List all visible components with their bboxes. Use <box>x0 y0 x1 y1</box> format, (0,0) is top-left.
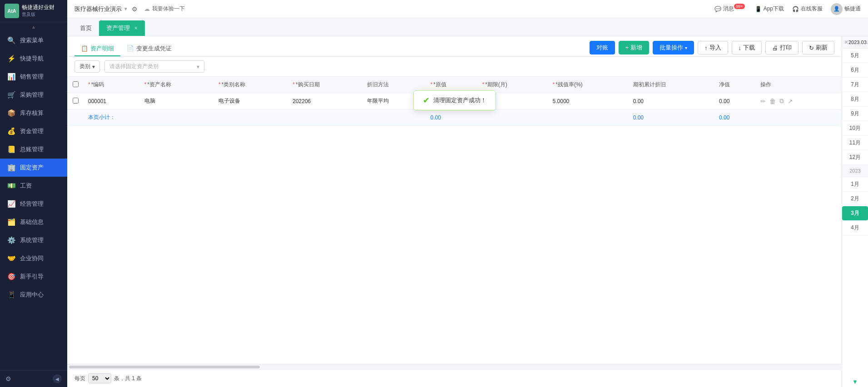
main-area: 医疗器械行业演示 ▾ ⚙ ☁ 我要体验一下 💬 消息 99+ 📱 App下载 🎧… <box>67 0 868 387</box>
print-button[interactable]: 🖨 打印 <box>765 41 799 55</box>
calendar-month-item[interactable]: 8月 <box>842 92 868 107</box>
export-label: 导入 <box>709 44 721 52</box>
quicknav-icon: ⚡ <box>7 55 15 63</box>
sidebar-collapse-button[interactable]: ◀ <box>53 374 62 383</box>
company-selector[interactable]: 医疗器械行业演示 ▾ <box>74 5 127 13</box>
export-button[interactable]: ↑ 导入 <box>698 41 728 55</box>
calendar-months: 5月6月7月8月9月10月11月12月20231月2月3月4月 <box>842 49 868 377</box>
edit-icon[interactable]: ✏ <box>760 98 766 105</box>
message-button[interactable]: 💬 消息 99+ <box>714 5 746 13</box>
select-all-checkbox[interactable] <box>73 81 79 87</box>
category-select[interactable]: 请选择固定资产类别 ▾ <box>104 60 204 73</box>
calendar-close-icon[interactable]: ✕ <box>844 39 848 45</box>
refresh-button[interactable]: ↻ 刷新 <box>802 41 834 55</box>
subtotal-action <box>756 109 842 126</box>
sidebar-item-label: 库存核算 <box>20 109 44 117</box>
logo-icon: AtA <box>5 4 19 18</box>
online-service-button[interactable]: 🎧 在线客服 <box>792 5 823 13</box>
th-residual-rate: *残值率(%) <box>548 77 629 93</box>
copy-icon[interactable]: ⧉ <box>779 97 784 105</box>
subtab-asset-detail[interactable]: 📋 资产明细 <box>74 42 120 56</box>
calendar-month-item[interactable]: 10月 <box>842 121 868 136</box>
calendar-month-item[interactable]: 2023 <box>842 165 868 177</box>
sidebar-scroll-up[interactable]: ▲ <box>31 24 36 30</box>
sidebar-item-ledger[interactable]: 📒 总账管理 <box>0 140 67 159</box>
message-label: 消息 <box>723 5 734 13</box>
subtotal-label: 本页小计： <box>88 114 115 120</box>
sidebar-item-label: 应用中心 <box>20 291 44 299</box>
more-icon[interactable]: ↗ <box>788 98 793 105</box>
sidebar-item-apps[interactable]: 📱 应用中心 <box>0 286 67 304</box>
calendar-header: ✕ 2023.03 ⤢ <box>842 36 868 49</box>
sidebar-item-base[interactable]: 🗂️ 基础信息 <box>0 213 67 231</box>
category-filter-label[interactable]: 类别 ▾ <box>74 60 100 73</box>
duizhang-button[interactable]: 对账 <box>590 41 615 55</box>
total-label: 条，共 1 条 <box>114 375 142 382</box>
sidebar-item-sales[interactable]: 📊 销售管理 <box>0 68 67 86</box>
calendar-month-item[interactable]: 3月 <box>842 206 868 221</box>
calendar-month-item[interactable]: 12月 <box>842 150 868 165</box>
calendar-month-item[interactable]: 6月 <box>842 63 868 78</box>
sidebar-item-label: 固定资产 <box>20 164 44 172</box>
salary-icon: 💵 <box>7 182 15 190</box>
new-button[interactable]: + 新增 <box>619 41 649 55</box>
sidebar-item-label: 资金管理 <box>20 127 44 135</box>
sidebar-item-label: 快捷导航 <box>20 55 44 63</box>
sidebar-item-inventory[interactable]: 📦 库存核算 <box>0 104 67 122</box>
calendar-month-item[interactable]: 7月 <box>842 78 868 92</box>
logo-text-group: 畅捷通好业财 普及版 <box>22 4 55 18</box>
topbar-settings-icon[interactable]: ⚙ <box>132 5 138 13</box>
sidebar-item-purchase[interactable]: 🛒 采购管理 <box>0 86 67 104</box>
cooperation-icon: 🤝 <box>7 254 15 263</box>
category-placeholder: 请选择固定资产类别 <box>109 63 159 70</box>
topbar-right: 💬 消息 99+ 📱 App下载 🎧 在线客服 👤 畅捷通 <box>714 3 861 15</box>
sidebar-item-search[interactable]: 🔍 搜索菜单 <box>0 31 67 50</box>
sidebar-item-system[interactable]: ⚙️ 系统管理 <box>0 231 67 249</box>
sidebar-item-label: 经营管理 <box>20 200 44 208</box>
logo-app-name: 畅捷通好业财 <box>22 4 55 11</box>
sidebar-item-operations[interactable]: 📈 经营管理 <box>0 195 67 213</box>
calendar-month-item[interactable]: 5月 <box>842 49 868 63</box>
horizontal-scrollbar[interactable] <box>67 364 842 369</box>
sidebar-item-assets[interactable]: 🏢 固定资产 <box>0 159 67 177</box>
th-category: *类别名称 <box>214 77 288 93</box>
calendar-month-item[interactable]: 11月 <box>842 136 868 150</box>
calendar-month-item[interactable]: 1月 <box>842 177 868 192</box>
experience-button[interactable]: ☁ 我要体验一下 <box>144 5 185 13</box>
calendar-month-item[interactable]: 9月 <box>842 107 868 121</box>
delete-icon[interactable]: 🗑 <box>769 98 776 105</box>
scrollbar-thumb[interactable] <box>69 366 260 368</box>
user-menu[interactable]: 👤 畅捷通 <box>831 3 861 15</box>
export-icon: ↑ <box>704 45 708 51</box>
tab-close-icon[interactable]: × <box>134 25 138 31</box>
sidebar-item-cooperation[interactable]: 🤝 企业协同 <box>0 249 67 268</box>
username-label: 畅捷通 <box>844 5 861 13</box>
per-page-select[interactable]: 50 100 200 <box>88 373 111 383</box>
sidebar-item-guide[interactable]: 🎯 新手引导 <box>0 268 67 286</box>
logo-app-sub: 普及版 <box>22 11 55 18</box>
sidebar-item-salary[interactable]: 💵 工资 <box>0 177 67 195</box>
row-checkbox[interactable] <box>73 98 79 104</box>
category-select-arrow: ▾ <box>197 64 199 70</box>
subtotal-rate <box>548 109 629 126</box>
sidebar: AtA 畅捷通好业财 普及版 ▲ 🔍 搜索菜单 ⚡ 快捷导航 📊 销售管理 🛒 … <box>0 0 67 387</box>
sidebar-item-label: 销售管理 <box>20 73 44 81</box>
row-checkbox-cell <box>67 93 84 109</box>
app-download-button[interactable]: 📱 App下载 <box>755 5 784 13</box>
sidebar-item-finance[interactable]: 💰 资金管理 <box>0 122 67 140</box>
company-name: 医疗器械行业演示 <box>74 5 122 13</box>
sidebar-item-quicknav[interactable]: ⚡ 快捷导航 <box>0 50 67 68</box>
sales-icon: 📊 <box>7 73 15 81</box>
mobile-icon: 📱 <box>755 6 762 12</box>
settings-gear-icon[interactable]: ⚙ <box>5 375 11 382</box>
batch-button[interactable]: 批量操作 ▾ <box>653 41 694 55</box>
calendar-month-item[interactable]: 4月 <box>842 221 868 235</box>
calendar-down-icon[interactable]: ▼ <box>852 378 858 385</box>
th-purchase-date: *购买日期 <box>288 77 362 93</box>
tab-assets-management[interactable]: 资产管理 × <box>99 20 145 36</box>
tab-home[interactable]: 首页 <box>73 20 99 36</box>
calendar-month-item[interactable]: 2月 <box>842 192 868 206</box>
download-button[interactable]: ↓ 下载 <box>732 41 762 55</box>
subtotal-empty <box>67 109 84 126</box>
subtab-change-voucher[interactable]: 📄 变更生成凭证 <box>120 42 178 56</box>
